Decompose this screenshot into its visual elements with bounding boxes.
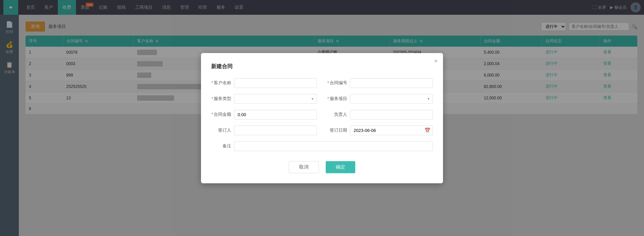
signer-input[interactable] bbox=[234, 126, 317, 135]
field-notes: 备注 bbox=[211, 141, 433, 151]
field-service-type: *服务类型 ▼ bbox=[211, 94, 317, 104]
form-row-2: *服务类型 ▼ *服务项目 ▼ bbox=[211, 94, 433, 104]
notes-label: 备注 bbox=[211, 143, 231, 149]
service-item-wrapper: ▼ bbox=[350, 94, 433, 104]
date-wrapper: 📅 bbox=[350, 126, 433, 135]
cancel-button[interactable]: 取消 bbox=[289, 161, 319, 173]
modal-overlay[interactable]: × 新建合同 *客户名称 *合同编号 *服务类型 ▼ bbox=[0, 0, 644, 236]
field-contract-amount: *合同金额 bbox=[211, 110, 317, 120]
service-item-label: *服务项目 bbox=[327, 96, 347, 102]
field-contract-no: *合同编号 bbox=[327, 78, 433, 88]
form-row-3: *合同金额 负责人 bbox=[211, 110, 433, 120]
calendar-icon[interactable]: 📅 bbox=[425, 128, 430, 133]
field-sign-date: 签订日期 📅 bbox=[327, 126, 433, 135]
form-row-1: *客户名称 *合同编号 bbox=[211, 78, 433, 88]
client-name-label: *客户名称 bbox=[211, 80, 231, 86]
signer-label: 签订人 bbox=[211, 127, 231, 133]
modal-footer: 取消 确定 bbox=[211, 161, 433, 173]
client-name-input[interactable] bbox=[234, 78, 317, 88]
confirm-button[interactable]: 确定 bbox=[326, 161, 355, 173]
service-type-select[interactable] bbox=[234, 94, 317, 104]
modal-new-contract: × 新建合同 *客户名称 *合同编号 *服务类型 ▼ bbox=[201, 53, 443, 183]
service-type-label: *服务类型 bbox=[211, 96, 231, 102]
notes-input[interactable] bbox=[234, 141, 433, 151]
service-type-wrapper: ▼ bbox=[234, 94, 317, 104]
form-row-5: 备注 bbox=[211, 141, 433, 151]
form-row-4: 签订人 签订日期 📅 bbox=[211, 126, 433, 135]
field-client-name: *客户名称 bbox=[211, 78, 317, 88]
sign-date-input[interactable] bbox=[350, 126, 433, 135]
service-item-select[interactable] bbox=[350, 94, 433, 104]
modal-title: 新建合同 bbox=[211, 63, 433, 70]
sign-date-label: 签订日期 bbox=[327, 127, 347, 133]
field-signer: 签订人 bbox=[211, 126, 317, 135]
contract-amount-label: *合同金额 bbox=[211, 111, 231, 117]
responsible-input[interactable] bbox=[350, 110, 433, 120]
responsible-label: 负责人 bbox=[327, 111, 347, 117]
field-service-item: *服务项目 ▼ bbox=[327, 94, 433, 104]
contract-no-label: *合同编号 bbox=[327, 80, 347, 86]
contract-no-input[interactable] bbox=[350, 78, 433, 88]
field-responsible: 负责人 bbox=[327, 110, 433, 120]
modal-close-button[interactable]: × bbox=[434, 58, 438, 65]
contract-amount-input[interactable] bbox=[234, 110, 317, 120]
